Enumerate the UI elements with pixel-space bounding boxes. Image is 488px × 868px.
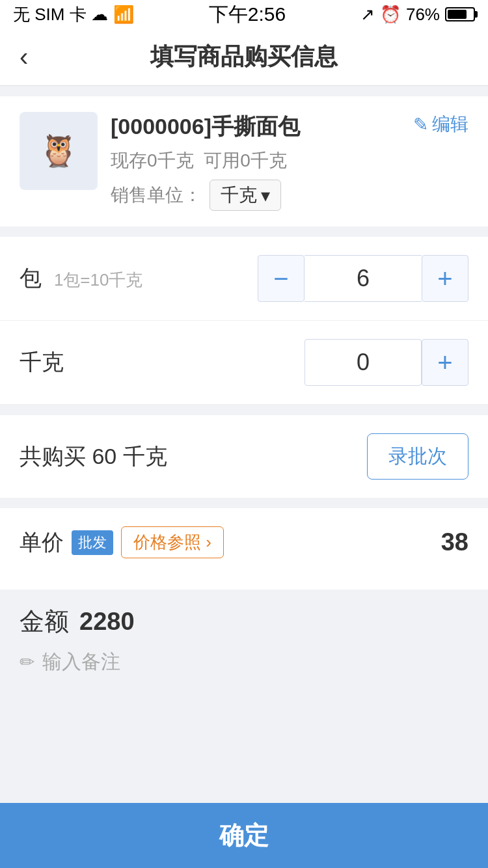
alarm-icon: ⏰ <box>380 5 401 25</box>
price-row: 单价 批发 价格参照 › 38 <box>20 526 468 558</box>
price-label-group: 单价 批发 价格参照 › <box>20 526 224 558</box>
total-label: 共购买 60 千克 <box>20 442 167 472</box>
battery-percent: 76% <box>406 5 440 25</box>
product-card: 🦉 [0000006]手撕面包 现存0千克 可用0千克 销售单位： 千克 ▾ ✎… <box>0 96 488 226</box>
qty-control-bao: − + <box>258 255 468 302</box>
status-bar: 无 SIM 卡 ☁ 📶 下午2:56 ↗ ⏰ 76% <box>0 0 488 29</box>
price-section: 单价 批发 价格参照 › 38 <box>0 508 488 590</box>
quantity-section: 包 1包=10千克 − + 千克 + <box>0 237 488 405</box>
edit-button[interactable]: ✎ 编辑 <box>413 112 468 137</box>
wifi-icon: 📶 <box>113 5 134 25</box>
price-value: 38 <box>441 528 468 556</box>
battery-icon <box>445 7 475 21</box>
status-time: 下午2:56 <box>209 1 286 28</box>
no-sim-label: 无 SIM 卡 ☁ <box>13 3 108 26</box>
amount-section: 金额 2280 ✏ 输入备注 <box>0 590 488 688</box>
qty-increase-bao[interactable]: + <box>422 255 468 302</box>
quantity-row-kg: 千克 + <box>0 321 488 405</box>
product-unit-row: 销售单位： 千克 ▾ <box>111 180 468 211</box>
qty-decrease-bao[interactable]: − <box>258 255 305 302</box>
location-icon: ↗ <box>360 5 375 25</box>
chevron-down-icon: ▾ <box>261 185 270 206</box>
status-right: ↗ ⏰ 76% <box>360 5 475 25</box>
nav-bar: ‹ 填写商品购买信息 <box>0 29 488 86</box>
note-placeholder: 输入备注 <box>42 649 120 675</box>
note-row[interactable]: ✏ 输入备注 <box>20 649 468 688</box>
pencil-icon: ✏ <box>20 651 34 673</box>
record-batch-button[interactable]: 录批次 <box>367 433 468 480</box>
unit-select[interactable]: 千克 ▾ <box>210 180 281 211</box>
total-row: 共购买 60 千克 录批次 <box>0 415 488 498</box>
qty-increase-kg[interactable]: + <box>422 339 468 386</box>
qty-label-kg: 千克 <box>20 347 64 377</box>
amount-row: 金额 2280 <box>20 605 468 638</box>
edit-icon: ✎ <box>413 114 428 135</box>
wholesale-tag: 批发 <box>72 530 113 555</box>
amount-label: 金额 <box>20 605 69 638</box>
qty-input-bao[interactable] <box>305 255 422 302</box>
back-button[interactable]: ‹ <box>20 42 28 72</box>
product-thumbnail: 🦉 <box>20 112 98 190</box>
status-left: 无 SIM 卡 ☁ 📶 <box>13 3 134 26</box>
page-title: 填写商品购买信息 <box>150 41 338 73</box>
confirm-button[interactable]: 确定 <box>0 803 488 868</box>
price-ref-button[interactable]: 价格参照 › <box>121 526 224 558</box>
price-label: 单价 <box>20 528 64 558</box>
qty-label-bao: 包 1包=10千克 <box>20 264 142 293</box>
product-logo-icon: 🦉 <box>39 133 78 169</box>
amount-value: 2280 <box>79 608 135 636</box>
qty-input-kg[interactable] <box>305 339 422 386</box>
quantity-row-bao: 包 1包=10千克 − + <box>0 237 488 321</box>
product-stock: 现存0千克 可用0千克 <box>111 148 468 173</box>
qty-control-kg: + <box>305 339 468 386</box>
